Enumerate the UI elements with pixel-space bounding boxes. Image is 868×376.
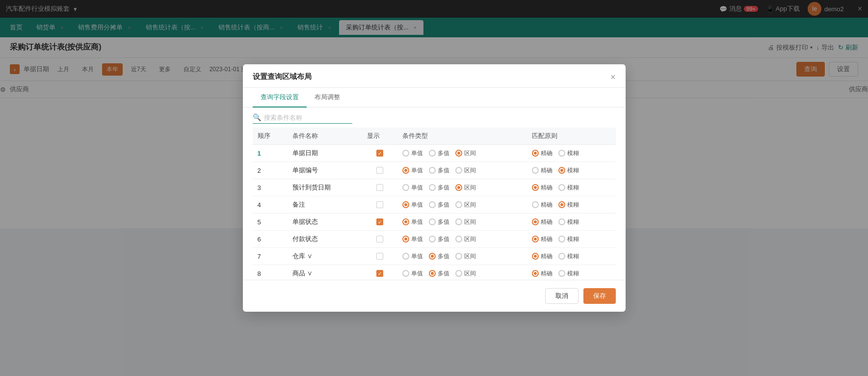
modal-tab-layout[interactable]: 布局调整 (307, 88, 348, 107)
order-num: 5 (258, 218, 261, 226)
radio-circle (429, 218, 436, 225)
type-radio-区间[interactable]: 区间 (455, 184, 476, 192)
type-radio-单值[interactable]: 单值 (402, 166, 423, 175)
row-display-toggle[interactable] (362, 179, 397, 196)
match-radio-group: 精确 模糊 (532, 166, 610, 175)
checkbox-box[interactable] (376, 167, 383, 174)
row-type-options: 单值 多值 区间 (397, 179, 527, 196)
search-icon: 🔍 (253, 113, 261, 121)
radio-label: 区间 (464, 184, 476, 192)
type-radio-区间[interactable]: 区间 (455, 166, 476, 175)
radio-circle (558, 201, 565, 208)
col-order: 顺序 (253, 128, 288, 145)
checkbox-box[interactable]: ✓ (376, 218, 383, 225)
radio-circle (402, 184, 409, 191)
radio-label: 模糊 (567, 201, 579, 209)
match-radio-精确[interactable]: 精确 (532, 166, 552, 175)
type-radio-group: 单值 多值 区间 (402, 149, 522, 158)
match-radio-精确[interactable]: 精确 (532, 201, 552, 209)
radio-label: 精确 (541, 201, 552, 209)
order-num: 1 (258, 150, 261, 157)
radio-circle (402, 201, 409, 208)
display-checkbox[interactable]: ✓ (367, 150, 393, 157)
radio-circle (532, 201, 539, 208)
table-scroll[interactable]: 顺序 条件名称 显示 条件类型 匹配原则 1单据日期 ✓ 单值 (253, 128, 616, 228)
radio-label: 精确 (541, 166, 552, 175)
type-radio-区间[interactable]: 区间 (455, 218, 476, 226)
type-radio-区间[interactable]: 区间 (455, 149, 476, 158)
radio-label: 区间 (464, 166, 476, 175)
radio-label: 区间 (464, 201, 476, 209)
checkbox-box[interactable] (376, 201, 383, 208)
match-radio-模糊[interactable]: 模糊 (558, 166, 579, 175)
search-input[interactable] (264, 114, 352, 121)
row-order: 5 (253, 214, 288, 229)
table-row: 3预计到货日期 单值 多值 区间 精确 模糊 (253, 179, 616, 196)
radio-label: 精确 (541, 218, 552, 226)
radio-circle (402, 218, 409, 225)
match-radio-精确[interactable]: 精确 (532, 149, 552, 158)
type-radio-多值[interactable]: 多值 (429, 149, 449, 158)
radio-circle (532, 150, 539, 157)
radio-label: 区间 (464, 149, 476, 158)
type-radio-区间[interactable]: 区间 (455, 201, 476, 209)
row-display-toggle[interactable]: ✓ (362, 214, 397, 229)
match-radio-模糊[interactable]: 模糊 (558, 218, 579, 226)
modal-body: 🔍 顺序 条件名称 显示 条件类型 匹配原则 (243, 107, 626, 228)
type-radio-多值[interactable]: 多值 (429, 184, 449, 192)
row-condition-name: 预计到货日期 (288, 179, 362, 196)
display-checkbox[interactable] (367, 167, 393, 174)
display-checkbox[interactable] (367, 184, 393, 191)
radio-circle (532, 218, 539, 225)
order-num: 2 (258, 167, 261, 174)
checkbox-box[interactable] (376, 184, 383, 191)
row-display-toggle[interactable] (362, 162, 397, 179)
type-radio-单值[interactable]: 单值 (402, 149, 423, 158)
radio-label: 单值 (411, 166, 423, 175)
radio-label: 多值 (438, 149, 449, 158)
match-radio-模糊[interactable]: 模糊 (558, 184, 579, 192)
radio-label: 多值 (438, 184, 449, 192)
modal-tab-query-fields-label: 查询字段设置 (261, 93, 299, 101)
col-match: 匹配原则 (527, 128, 615, 145)
display-checkbox[interactable] (367, 201, 393, 208)
radio-label: 模糊 (567, 218, 579, 226)
radio-label: 单值 (411, 184, 423, 192)
row-type-options: 单值 多值 区间 (397, 214, 527, 229)
match-radio-模糊[interactable]: 模糊 (558, 201, 579, 209)
type-radio-单值[interactable]: 单值 (402, 201, 423, 209)
row-condition-name: 单据状态 (288, 214, 362, 229)
modal-tab-layout-label: 布局调整 (315, 93, 340, 101)
match-radio-精确[interactable]: 精确 (532, 218, 552, 226)
radio-circle (455, 201, 462, 208)
type-radio-group: 单值 多值 区间 (402, 166, 522, 175)
display-checkbox[interactable]: ✓ (367, 218, 393, 225)
type-radio-单值[interactable]: 单值 (402, 218, 423, 226)
settings-modal: 设置查询区域布局 × 查询字段设置 布局调整 🔍 (243, 64, 626, 228)
modal-close-button[interactable]: × (610, 73, 616, 81)
radio-label: 精确 (541, 149, 552, 158)
radio-circle (532, 167, 539, 174)
match-radio-精确[interactable]: 精确 (532, 184, 552, 192)
row-display-toggle[interactable] (362, 196, 397, 214)
checkbox-box[interactable]: ✓ (376, 150, 383, 157)
type-radio-group: 单值 多值 区间 (402, 201, 522, 209)
col-name: 条件名称 (288, 128, 362, 145)
type-radio-多值[interactable]: 多值 (429, 218, 449, 226)
row-type-options: 单值 多值 区间 (397, 196, 527, 214)
match-radio-模糊[interactable]: 模糊 (558, 149, 579, 158)
row-display-toggle[interactable]: ✓ (362, 145, 397, 162)
modal-tab-query-fields[interactable]: 查询字段设置 (253, 88, 307, 107)
type-radio-单值[interactable]: 单值 (402, 184, 423, 192)
row-order: 3 (253, 179, 288, 196)
row-order: 4 (253, 196, 288, 214)
radio-circle (402, 150, 409, 157)
table-row: 4备注 单值 多值 区间 精确 模糊 (253, 196, 616, 214)
type-radio-多值[interactable]: 多值 (429, 166, 449, 175)
radio-circle (558, 150, 565, 157)
radio-label: 区间 (464, 218, 476, 226)
radio-circle (429, 167, 436, 174)
radio-circle (429, 184, 436, 191)
type-radio-多值[interactable]: 多值 (429, 201, 449, 209)
modal-search-area: 🔍 (243, 107, 626, 128)
